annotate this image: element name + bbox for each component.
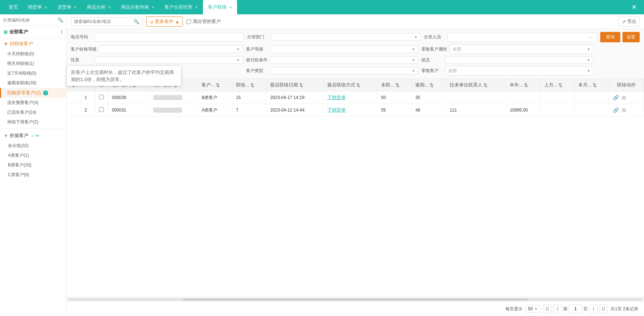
close-customer-segment-icon[interactable]: ✕ [195,5,198,10]
sidebar-item-continuing-down[interactable]: 持续下滑客户(2) [0,117,66,127]
main-search-icon[interactable]: 🔍 [134,19,139,24]
last-page-button[interactable]: ⟩⟩ [599,305,608,313]
sidebar-item-c-class[interactable]: C类客户(6) [0,170,66,180]
query-button[interactable]: 查询 [600,32,620,42]
close-analysis-list-icon[interactable]: ✕ [151,5,154,10]
payment-select[interactable]: ▼ [270,56,418,64]
nav-analysis-list[interactable]: 商品分析列表 ✕ [116,0,159,14]
row1-grid-icon[interactable]: ⊞ [622,95,626,100]
sidebar-divider [0,128,66,129]
th-contacts-person[interactable]: 往来单位联系人 ⇅ [446,79,506,91]
sidebar-item-already-lost[interactable]: 已流失客户(24) [0,108,66,117]
row2-way-cell[interactable]: 下销货单 [323,104,377,117]
sidebar-pending-group[interactable]: ▼ 待联络客户 [0,38,66,49]
row1-way-cell[interactable]: 下销货单 [323,91,377,104]
person-select[interactable]: ··· [448,33,597,42]
sidebar-item-ungroup[interactable]: 未分组(32) [0,141,66,151]
status-select[interactable]: ▼ [445,56,594,64]
first-page-button[interactable]: ⟨⟨ [543,305,552,313]
row1-this-year-cell [506,91,541,104]
nature-select[interactable]: ▼ [94,56,243,64]
chevron-up-icon: ▲ [175,19,180,24]
sidebar-item-loss-warning[interactable]: 流失预警客户(3) [0,98,66,108]
customer-level-chevron-icon: ▼ [412,47,415,51]
row2-overdue-cell: 48 [412,104,446,117]
th-last-contact-date[interactable]: 最后联络日期 ⇅ [267,79,323,91]
th-this-year[interactable]: 本年... ⇅ [506,79,541,91]
sidebar-search-input[interactable] [3,18,57,23]
th-overdue[interactable]: 逾期... ⇅ [412,79,446,91]
th-this-month[interactable]: 本月... ⇅ [575,79,609,91]
row1-this-month-cell [575,91,609,104]
next-page-button[interactable]: ⟩ [589,305,598,313]
scatter-customer-select[interactable]: 全部 ▼ [445,66,594,76]
sidebar-item-overdue[interactable]: 逾期未联络(30) [0,78,66,88]
sidebar-value-group[interactable]: ▼ 价值客户 ○ ✏ [0,130,66,141]
scrollbar-thumb[interactable] [183,298,528,301]
nav-customer-segment[interactable]: 客户分层经营 ✕ [159,0,203,14]
row2-contact-cell: 7 [232,104,267,117]
row2-customer-name [153,108,182,113]
dept-select[interactable]: ▼ [271,33,421,41]
close-purchase-icon[interactable]: ✕ [74,5,77,10]
th-type[interactable]: 客户... ⇅ [198,79,232,91]
row2-grid-icon[interactable]: ⊞ [622,107,626,113]
customer-level-select[interactable]: ▼ [270,46,418,53]
main-layout: 🔍 ⊞ 全部客户 《 ▼ 待联络客户 今天待联络(0) 明天待联络(1) 近7天… [0,14,644,316]
customer-type-select[interactable]: ▼ [270,67,418,75]
sidebar-item-b-class[interactable]: B类客户(33) [0,160,66,170]
sidebar-item-a-class[interactable]: A类客户(1) [0,151,66,160]
sort-last-month-icon: ⇅ [559,82,562,88]
row1-name-cell [150,91,198,104]
top-navigation: 首页 销货单 ✕ 进货单 ✕ 商品分析 ✕ 商品分析列表 ✕ 客户分层经营 ✕ … [0,0,644,14]
row1-checkbox-cell[interactable] [95,91,108,104]
nav-sales[interactable]: 销货单 ✕ [23,0,52,14]
page-number-input[interactable] [569,305,582,313]
nav-analysis[interactable]: 商品分析 ✕ [82,0,116,14]
nav-customer-contact[interactable]: 客户联络 ✕ [203,0,237,14]
th-contact[interactable]: 联络... ⇅ [232,79,267,91]
row2-date-cell: 2023-04-12 14:44: [267,104,323,117]
sidebar-item-7days[interactable]: 近7天待联络(0) [0,69,66,78]
export-button[interactable]: ↗ 导出 [618,16,640,27]
sidebar-all-customers-header[interactable]: ⊞ 全部客户 《 [0,26,66,38]
collapse-sidebar-icon[interactable]: 《 [59,29,62,35]
prev-page-button[interactable]: ⟨ [553,305,562,313]
circular-icon[interactable]: ○ [31,133,34,138]
row2-checkbox-cell[interactable] [95,104,108,117]
close-sales-icon[interactable]: ✕ [44,5,47,10]
settings-button[interactable]: 设置 [622,32,640,42]
row2-link-icon[interactable]: 🔗 [613,107,619,113]
close-analysis-icon[interactable]: ✕ [108,5,111,10]
th-last-contact-way[interactable]: 最后联络方式 ⇅ [323,79,377,91]
nav-purchase[interactable]: 进货单 ✕ [52,0,82,14]
row1-link-icon[interactable]: 🔗 [613,95,619,100]
edit-value-icon[interactable]: ✏ [36,133,40,138]
th-last-month[interactable]: 上月... ⇅ [540,79,575,91]
row2-checkbox[interactable] [99,107,104,112]
horizontal-scrollbar[interactable] [66,297,644,301]
row1-overdue-cell: 35 [412,91,446,104]
close-all-tabs-button[interactable]: ✕ [628,3,640,11]
phone-input[interactable] [94,33,244,42]
sidebar-item-tomorrow[interactable]: 明天待联络(1) [0,59,66,69]
sidebar-item-repurchase[interactable]: 回购异常客户(2) ? [0,88,66,98]
my-customers-checkbox[interactable] [186,19,191,24]
row2-contact-way-link[interactable]: 下销货单 [327,107,346,113]
sidebar-item-today[interactable]: 今天待联络(0) [0,49,66,59]
main-search-input[interactable] [74,19,132,24]
price-level-select[interactable]: ▼ [99,46,243,53]
person-dots-icon[interactable]: ··· [587,34,594,40]
th-uncontacted[interactable]: 未联... ⇅ [377,79,412,91]
my-customers-checkbox-wrap[interactable]: 我分管的客户 [186,18,221,25]
sidebar-search-icon[interactable]: 🔍 [57,17,63,23]
scatter-attr-select[interactable]: 全部 ▼ [449,44,594,54]
row1-checkbox[interactable] [99,95,104,99]
close-customer-contact-icon[interactable]: ✕ [229,5,232,10]
row2-settings-cell [66,104,81,117]
row1-contact-way-link[interactable]: 下销货单 [327,95,346,100]
nav-home[interactable]: 首页 [4,0,23,14]
repurchase-info-icon[interactable]: ? [43,90,48,95]
more-conditions-button[interactable]: ⊿ 更多条件 ▲ [146,16,183,27]
per-page-select[interactable]: 50 ▼ [525,305,540,313]
